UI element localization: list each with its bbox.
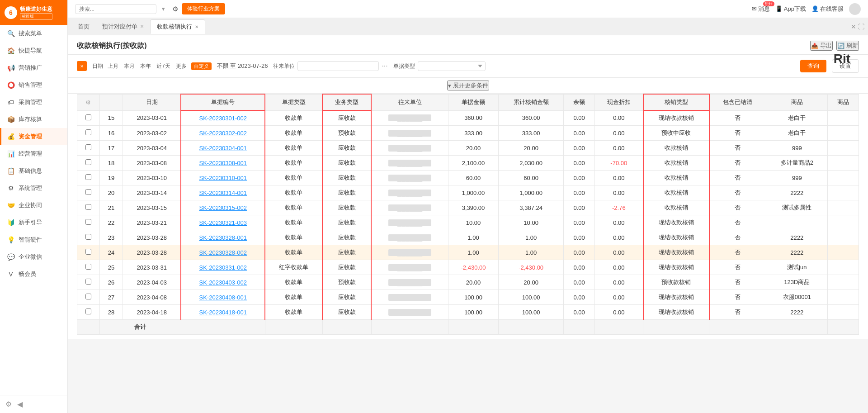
cell-biztype: 应收款 — [322, 215, 371, 230]
th-writeoff-total: 累计核销金额 — [498, 94, 563, 110]
th-product: 商品 — [766, 94, 828, 110]
cell-billno[interactable]: SK-20230328-002 — [181, 245, 265, 260]
sidebar-item-search[interactable]: 🔍 搜索菜单 — [0, 25, 67, 42]
tab-home[interactable]: 首页 — [71, 20, 96, 33]
cell-billno[interactable]: SK-20230302-002 — [181, 126, 265, 141]
cell-date: 2023-03-21 — [123, 215, 181, 230]
cell-checkbox[interactable] — [77, 260, 100, 275]
cell-date: 2023-03-08 — [123, 156, 181, 171]
settings-bottom-icon[interactable]: ⚙ — [5, 400, 12, 408]
tab-close-all-icon[interactable]: ✕ — [851, 23, 856, 30]
filter-more-button[interactable]: ▾ 展开更多条件 — [447, 81, 489, 90]
table-scroll[interactable]: ⚙ 日期 单据编号 单据类型 业务类型 往来单位 单据金额 累计核销金额 余额 … — [68, 94, 868, 413]
sidebar-item-finance[interactable]: 💰 资金管理 — [0, 128, 67, 145]
footer-cell — [322, 320, 371, 335]
cell-checkbox[interactable] — [77, 171, 100, 185]
th-settings[interactable]: ⚙ — [77, 94, 100, 110]
cell-checkbox[interactable] — [77, 200, 100, 215]
th-biztype: 业务类型 — [322, 94, 371, 110]
sidebar-item-quick[interactable]: 🏠 快捷导航 — [0, 42, 67, 59]
cell-billno[interactable]: SK-20230301-002 — [181, 110, 265, 126]
cell-checkbox[interactable] — [77, 215, 100, 230]
cell-checkbox[interactable] — [77, 230, 100, 245]
cell-biztype: 应收款 — [322, 200, 371, 215]
sidebar-logo: 6 畅康道好生意 标推版 — [0, 0, 67, 25]
sidebar-item-guide[interactable]: 🔰 新手引导 — [0, 214, 67, 231]
sidebar-item-enterprise[interactable]: 🤝 企业协同 — [0, 197, 67, 214]
collapse-icon[interactable]: ◀ — [17, 400, 23, 408]
user-avatar[interactable] — [849, 3, 861, 15]
cell-biztype: 应收款 — [322, 290, 371, 305]
cell-checkbox[interactable] — [77, 305, 100, 320]
cell-checkbox[interactable] — [77, 275, 100, 290]
sidebar-item-basic[interactable]: 📋 基础信息 — [0, 162, 67, 180]
app-download-button[interactable]: 📱 App下载 — [775, 5, 806, 13]
message-button[interactable]: ✉ 消息 99+ — [752, 5, 770, 13]
filter-this-year[interactable]: 本年 — [138, 62, 153, 71]
tab-collection-close[interactable]: ✕ — [195, 24, 198, 29]
export-button[interactable]: 📤 导出 — [810, 41, 833, 51]
topbar-right: ✉ 消息 99+ 📱 App下载 👤 在线客服 — [752, 3, 861, 15]
topbar-dropdown-icon[interactable]: ▾ — [162, 5, 165, 12]
cell-billno[interactable]: SK-20230418-001 — [181, 305, 265, 320]
cell-checkbox[interactable] — [77, 110, 100, 126]
filter-query-button[interactable]: 查询 — [800, 60, 826, 72]
cell-date: 2023-04-08 — [123, 290, 181, 305]
cell-billno[interactable]: SK-20230314-001 — [181, 185, 265, 200]
topbar-search-input[interactable] — [75, 4, 156, 14]
cell-amount: 3,390.00 — [448, 200, 499, 215]
cell-billno[interactable]: SK-20230403-002 — [181, 275, 265, 290]
filter-partner-input[interactable] — [297, 61, 379, 71]
cell-billno[interactable]: SK-20230315-002 — [181, 200, 265, 215]
sidebar-item-marketing[interactable]: 📢 营销推广 — [0, 59, 67, 76]
sidebar-item-wechat[interactable]: 💬 企业微信 — [0, 248, 67, 266]
sidebar-item-hardware[interactable]: 💡 智能硬件 — [0, 231, 67, 248]
filter-expand-button[interactable]: » — [77, 61, 87, 71]
tab-payable[interactable]: 预计对应付单 ✕ — [96, 20, 150, 33]
cell-checkbox[interactable] — [77, 126, 100, 141]
cell-billno[interactable]: SK-20230328-001 — [181, 230, 265, 245]
filter-last-month[interactable]: 上月 — [106, 62, 120, 71]
service-icon: 👤 — [811, 5, 819, 12]
cell-checkbox[interactable] — [77, 290, 100, 305]
filter-custom-btn[interactable]: 自定义 — [191, 62, 212, 70]
filter-7days[interactable]: 近7天 — [155, 62, 172, 71]
solution-button[interactable]: 体验行业方案 — [182, 3, 225, 14]
filter-bar: » 日期 上月 本月 本年 近7天 更多 自定义 不限 至 2023-07-26… — [68, 55, 868, 78]
filter-dots[interactable]: ··· — [382, 62, 387, 70]
cell-checkbox[interactable] — [77, 141, 100, 156]
refresh-button[interactable]: 🔄 刷新 — [836, 41, 859, 51]
sidebar-item-sales[interactable]: ⭕ 销售管理 — [0, 76, 67, 94]
cell-writeoff-total: 1.00 — [498, 230, 563, 245]
refresh-icon: 🔄 — [837, 43, 844, 49]
sidebar-item-operations[interactable]: 📊 经营管理 — [0, 145, 67, 162]
tab-expand-icon[interactable]: ⛶ — [858, 23, 864, 30]
cell-billno[interactable]: SK-20230321-003 — [181, 215, 265, 230]
tab-collection[interactable]: 收款核销执行 ✕ — [150, 19, 205, 34]
cell-product: 衣服00001 — [766, 290, 828, 305]
filter-more[interactable]: 更多 — [174, 62, 189, 71]
cell-product2 — [828, 245, 859, 260]
sidebar-item-inventory[interactable]: 📦 库存核算 — [0, 111, 67, 128]
sidebar-item-member[interactable]: V 畅会员 — [0, 266, 67, 283]
tab-payable-close[interactable]: ✕ — [140, 24, 144, 29]
cell-billno[interactable]: SK-20230308-001 — [181, 156, 265, 171]
sidebar-item-system[interactable]: ⚙ 系统管理 — [0, 180, 67, 197]
cell-include-settled: 否 — [709, 275, 766, 290]
sidebar-item-purchase[interactable]: 🏷 采购管理 — [0, 94, 67, 111]
online-service-button[interactable]: 👤 在线客服 — [811, 5, 844, 13]
filter-billtype-select[interactable] — [418, 61, 486, 71]
cell-billno[interactable]: SK-20230331-002 — [181, 260, 265, 275]
table-row: 23 2023-03-28 SK-20230328-001 收款单 应收款 ██… — [77, 230, 859, 245]
cell-balance: 0.00 — [564, 215, 595, 230]
cell-checkbox[interactable] — [77, 185, 100, 200]
cell-writetype: 现结收款核销 — [643, 230, 709, 245]
th-billno: 单据编号 — [181, 94, 265, 110]
cell-checkbox[interactable] — [77, 245, 100, 260]
cell-billno[interactable]: SK-20230304-001 — [181, 141, 265, 156]
cell-billno[interactable]: SK-20230408-001 — [181, 290, 265, 305]
cell-billno[interactable]: SK-20230310-001 — [181, 171, 265, 185]
topbar-gear-icon[interactable]: ⚙ — [172, 5, 178, 13]
filter-this-month[interactable]: 本月 — [122, 62, 137, 71]
cell-checkbox[interactable] — [77, 156, 100, 171]
